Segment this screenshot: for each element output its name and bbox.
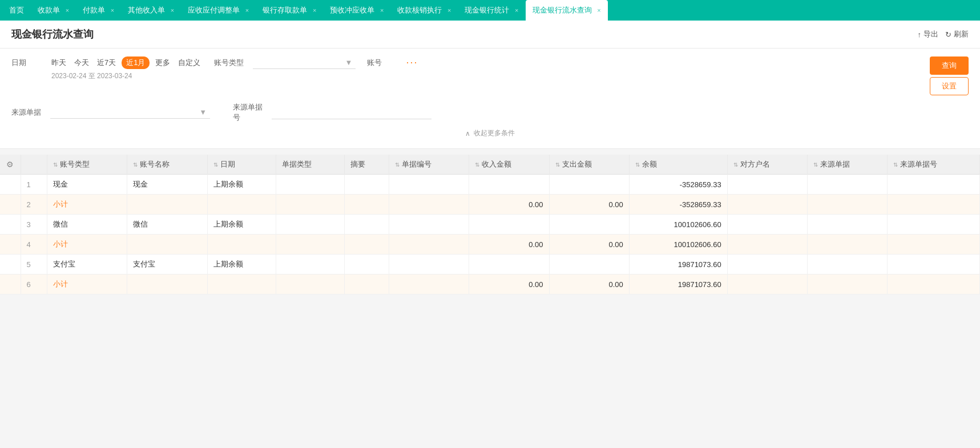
nav-item-shoukuandan[interactable]: 收款单 × [31,0,76,21]
col-header-counterparty[interactable]: ⇅对方户名 [727,155,807,175]
row-income [469,175,549,195]
row-expense [549,215,629,235]
row-index-cell: 2 [21,195,47,215]
account-type-select[interactable]: ▼ [253,56,356,69]
row-doc-num [389,275,469,294]
col-header-date[interactable]: ⇅日期 [207,155,276,175]
source-doc-num-label: 来源单据号 [233,102,267,123]
close-icon[interactable]: × [171,7,174,14]
col-header-income[interactable]: ⇅收入金额 [469,155,549,175]
date-btn-today[interactable]: 今天 [72,56,91,69]
account-type-label: 账号类型 [214,58,248,68]
row-source-doc-num [888,275,980,294]
nav-item-yushou[interactable]: 预收冲应收单 × [323,0,390,21]
source-doc-filter: 来源单据 ▼ [11,106,210,119]
close-icon[interactable]: × [515,7,518,14]
row-account-type: 微信 [47,215,127,235]
close-icon[interactable]: × [66,7,69,14]
settings-button[interactable]: 设置 [930,77,969,95]
close-icon[interactable]: × [380,7,384,14]
nav-item-yingshoutiaozheng[interactable]: 应收应付调整单 × [181,0,256,21]
table-row: 2小计0.000.00-3528659.33 [0,195,980,215]
col-header-expense[interactable]: ⇅支出金额 [549,155,629,175]
row-account-type: 现金 [47,175,127,195]
row-doc-num [389,235,469,255]
row-doc-type [276,255,345,275]
col-header-account-type[interactable]: ⇅账号类型 [47,155,127,175]
row-source-doc [807,175,887,195]
nav-item-yinhangcunkuan[interactable]: 银行存取款单 × [256,0,323,21]
nav-item-xianjintongji[interactable]: 现金银行统计 × [458,0,525,21]
row-source-doc-num [888,175,980,195]
row-balance: 19871073.60 [629,255,727,275]
page-title: 现金银行流水查询 [11,27,94,41]
close-icon[interactable]: × [111,7,114,14]
export-button[interactable]: ↑ 导出 [918,29,939,39]
nav-item-qitashouru[interactable]: 其他收入单 × [121,0,181,21]
row-index-cell: 6 [21,275,47,294]
date-btn-7days[interactable]: 近7天 [95,56,118,69]
row-income [469,255,549,275]
collapse-bar[interactable]: ∧ 收起更多条件 [11,126,969,140]
row-index-cell: 5 [21,255,47,275]
row-account-type: 小计 [47,235,127,255]
date-btn-custom[interactable]: 自定义 [176,56,203,69]
row-balance: 100102606.60 [629,235,727,255]
row-balance: 100102606.60 [629,215,727,235]
close-icon[interactable]: × [245,7,249,14]
row-expense: 0.00 [549,195,629,215]
row-counterparty [727,255,807,275]
row-date [207,195,276,215]
table-row: 1现金现金上期余额-3528659.33 [0,175,980,195]
col-header-source-doc[interactable]: ⇅来源单据 [807,155,887,175]
date-btn-yesterday[interactable]: 昨天 [49,56,68,69]
row-doc-num [389,195,469,215]
row-doc-type [276,195,345,215]
close-icon[interactable]: × [597,7,600,14]
col-header-balance[interactable]: ⇅余额 [629,155,727,175]
row-source-doc [807,235,887,255]
nav-item-xianjinliushui[interactable]: 现金银行流水查询 × [526,0,608,21]
refresh-button[interactable]: ↻ 刷新 [945,29,969,39]
data-table: ⚙ ⇅账号类型 ⇅账号名称 ⇅日期 单据类型 摘要 ⇅单据编号 ⇅收入金额 ⇅支… [0,155,980,294]
row-expense [549,255,629,275]
col-header-source-doc-num[interactable]: ⇅来源单据号 [888,155,980,175]
refresh-icon: ↻ [945,30,951,39]
nav-item-shoukuanzhixing[interactable]: 收款核销执行 × [390,0,458,21]
nav-item-home[interactable]: 首页 [2,0,31,21]
date-btn-1month[interactable]: 近1月 [122,56,150,69]
date-btn-more[interactable]: 更多 [153,56,172,69]
row-doc-type [276,275,345,294]
row-account-type: 小计 [47,275,127,294]
row-account-type: 小计 [47,195,127,215]
row-income [469,215,549,235]
col-header-account-name[interactable]: ⇅账号名称 [127,155,207,175]
filter-area: 日期 昨天 今天 近7天 近1月 更多 自定义 2023-02-24 至 202… [0,49,980,149]
row-checkbox-cell [0,275,21,294]
row-account-type: 支付宝 [47,255,127,275]
source-doc-num-input[interactable] [272,106,431,119]
top-nav: 首页 收款单 × 付款单 × 其他收入单 × 应收应付调整单 × 银行存取款单 … [0,0,980,21]
close-icon[interactable]: × [313,7,316,14]
table-header-row: ⚙ ⇅账号类型 ⇅账号名称 ⇅日期 单据类型 摘要 ⇅单据编号 ⇅收入金额 ⇅支… [0,155,980,175]
dropdown-icon-2: ▼ [199,108,207,116]
row-balance: 19871073.60 [629,275,727,294]
account-label: 账号 [367,58,401,68]
column-settings-header[interactable]: ⚙ [0,155,21,175]
header-actions: ↑ 导出 ↻ 刷新 [918,29,969,39]
query-button[interactable]: 查询 [930,56,969,75]
account-filter: 账号 ··· [367,56,418,68]
row-income: 0.00 [469,275,549,294]
collapse-label: 收起更多条件 [474,128,515,138]
row-account-name [127,235,207,255]
source-doc-select[interactable]: ▼ [50,106,210,119]
col-header-doc-num[interactable]: ⇅单据编号 [389,155,469,175]
source-doc-num-filter: 来源单据号 [233,102,431,123]
account-dots[interactable]: ··· [406,56,418,68]
row-income: 0.00 [469,235,549,255]
nav-item-fukuandan[interactable]: 付款单 × [76,0,121,21]
column-settings-icon[interactable]: ⚙ [6,160,14,169]
table-container: ⚙ ⇅账号类型 ⇅账号名称 ⇅日期 单据类型 摘要 ⇅单据编号 ⇅收入金额 ⇅支… [0,155,980,294]
close-icon[interactable]: × [447,7,451,14]
date-filter-label: 日期 [11,58,46,68]
